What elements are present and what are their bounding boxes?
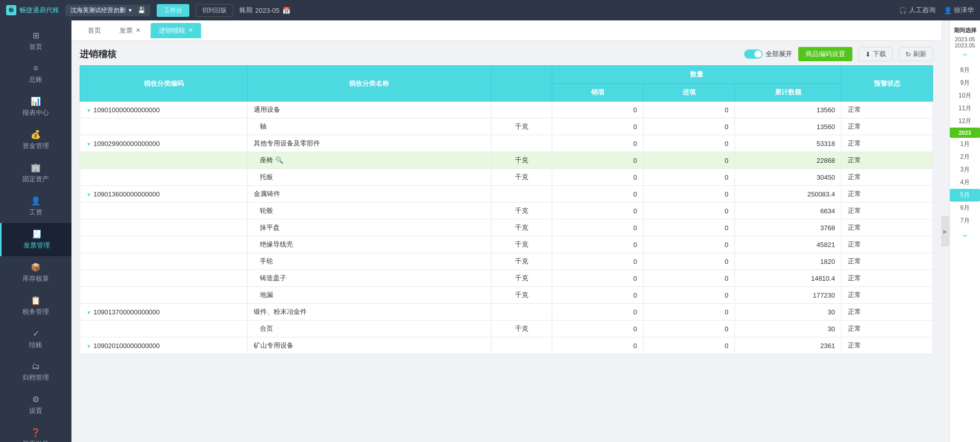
sidebar-item-inventory[interactable]: 📦 库存核算 — [0, 256, 71, 289]
period-top-1[interactable]: 2023.05 — [955, 36, 975, 42]
table-row-status: 正常 — [841, 152, 933, 169]
month-6[interactable]: 6月 — [950, 202, 980, 214]
table-row-name: 托板 — [248, 169, 491, 186]
help-button[interactable]: 🎧 人工咨询 — [899, 6, 936, 15]
table-row-total: 22868 — [735, 152, 842, 169]
month-1[interactable]: 1月 — [950, 138, 980, 151]
expand-triangle[interactable]: ▼ — [86, 141, 91, 147]
main-content: 首页 发票 ✕ 进销稽核 ✕ 进销稽核 全部展开 商品编码设置 ⬇ — [71, 20, 941, 442]
table-row-status: 正常 — [841, 186, 933, 203]
tab-home[interactable]: 首页 — [80, 23, 109, 38]
calendar-icon[interactable]: 📅 — [282, 7, 290, 14]
month-5[interactable]: 5月 — [950, 189, 980, 202]
tab-home-label: 首页 — [88, 26, 101, 35]
sidebar-item-reports[interactable]: 📊 报表中心 — [0, 90, 71, 124]
table-area: 税收分类编码 税收分类名称 数量 预警状态 销项 进项 累计数额 ▼109010 — [71, 65, 941, 442]
expand-toggle[interactable]: 全部展开 — [744, 50, 792, 59]
refresh-button[interactable]: ↻ 刷新 — [899, 47, 933, 61]
sidebar-item-ledger[interactable]: ≡ 总账 — [0, 58, 71, 90]
sidebar-item-archive[interactable]: 🗂 归档管理 — [0, 356, 71, 388]
expand-triangle[interactable]: ▼ — [86, 192, 91, 198]
table-row-unit: 千克 — [491, 236, 552, 253]
month-11[interactable]: 11月 — [950, 102, 980, 115]
period-up-arrow[interactable]: ⌃ — [960, 51, 970, 64]
month-9[interactable]: 9月 — [950, 77, 980, 89]
sidebar-item-home[interactable]: ⊞ 首页 — [0, 24, 71, 58]
user-button[interactable]: 👤 徐泽华 — [944, 6, 974, 15]
closing-icon: ✓ — [33, 329, 39, 338]
workbench-button[interactable]: 工作台 — [157, 4, 189, 17]
table-row-name: 地漏 — [248, 287, 491, 304]
month-10[interactable]: 10月 — [950, 89, 980, 102]
search-icon[interactable]: 🔍 — [275, 156, 283, 164]
sidebar-label-ledger: 总账 — [29, 75, 42, 84]
layout: ⊞ 首页 ≡ 总账 📊 报表中心 💰 资金管理 🏢 固定资产 👤 工资 🧾 发票… — [0, 20, 980, 442]
tab-reconcile-label: 进销稽核 — [159, 26, 185, 35]
table-row-unit — [491, 135, 552, 152]
expand-triangle[interactable]: ▼ — [86, 343, 91, 349]
table-row — [80, 236, 248, 253]
toggle-switch[interactable] — [744, 50, 763, 59]
expand-triangle[interactable]: ▼ — [86, 108, 91, 113]
table-row-total: 177230 — [735, 287, 842, 304]
col-quantity-group: 数量 — [552, 66, 841, 84]
table-row-name: 其他专用设备及零部件 — [248, 135, 491, 152]
tab-invoice-close[interactable]: ✕ — [136, 27, 140, 34]
table-row-status: 正常 — [841, 118, 933, 135]
invoice-icon: 🧾 — [32, 229, 42, 239]
sidebar-item-guide[interactable]: ❓ 新手引导 — [0, 422, 71, 442]
period-panel-title: 期间选择 — [953, 24, 977, 36]
month-4[interactable]: 4月 — [950, 176, 980, 189]
tab-reconcile-close[interactable]: ✕ — [188, 27, 193, 34]
table-row-status: 正常 — [841, 169, 933, 186]
col-unit — [491, 66, 552, 102]
table-row-sales: 0 — [552, 321, 643, 337]
table-row-total: 14810.4 — [735, 270, 842, 287]
sidebar-item-settings[interactable]: ⚙ 设置 — [0, 388, 71, 422]
sidebar-item-payroll[interactable]: 👤 工资 — [0, 190, 71, 223]
sidebar-item-tax[interactable]: 📋 税务管理 — [0, 289, 71, 323]
expand-triangle[interactable]: ▼ — [86, 310, 91, 315]
period-top-2[interactable]: 2023.05 — [955, 42, 975, 48]
table-row-sales: 0 — [552, 304, 643, 321]
switch-version-button[interactable]: 切到旧版 — [195, 4, 233, 17]
table-row-name: 座椅🔍 — [248, 152, 491, 169]
table-row-status: 正常 — [841, 236, 933, 253]
sidebar-item-funds[interactable]: 💰 资金管理 — [0, 124, 71, 157]
table-row-purchase: 0 — [644, 236, 735, 253]
table-row — [80, 219, 248, 236]
month-2[interactable]: 2月 — [950, 151, 980, 163]
table-row — [80, 321, 248, 337]
ledger-icon: ≡ — [33, 64, 38, 73]
company-name: 沈海英测试经营勿删 — [70, 6, 126, 15]
table-row-total: 30 — [735, 321, 842, 337]
company-selector[interactable]: 沈海英测试经营勿删 ▾ 💾 — [65, 5, 151, 16]
month-7[interactable]: 7月 — [950, 214, 980, 227]
sidebar-label-inventory: 库存核算 — [22, 274, 49, 283]
sidebar-label-home: 首页 — [29, 42, 42, 52]
table-row-sales: 0 — [552, 203, 643, 219]
table-row-purchase: 0 — [644, 102, 735, 118]
company-dropdown-icon: ▾ — [129, 7, 132, 14]
col-status: 预警状态 — [841, 66, 933, 102]
logo-text: 畅捷通易代账 — [19, 6, 59, 15]
month-3[interactable]: 3月 — [950, 163, 980, 176]
setting-button[interactable]: 商品编码设置 — [798, 47, 852, 61]
funds-icon: 💰 — [31, 130, 41, 139]
period-down-arrow[interactable]: ⌄ — [960, 227, 970, 240]
sidebar-item-assets[interactable]: 🏢 固定资产 — [0, 157, 71, 190]
tab-reconcile[interactable]: 进销稽核 ✕ — [151, 23, 201, 38]
help-label: 人工咨询 — [909, 6, 936, 15]
table-row-total: 30 — [735, 304, 842, 321]
col-name: 税收分类名称 — [248, 66, 491, 102]
month-12[interactable]: 12月 — [950, 115, 980, 128]
period-label: 账期 — [239, 6, 253, 15]
sidebar-item-invoice[interactable]: 🧾 发票管理 — [0, 223, 71, 256]
month-8[interactable]: 8月 — [950, 64, 980, 77]
panel-toggle-btn[interactable]: ▶ — [941, 216, 949, 247]
table-row-status: 正常 — [841, 219, 933, 236]
download-button[interactable]: ⬇ 下载 — [859, 47, 893, 61]
tab-invoice[interactable]: 发票 ✕ — [111, 23, 149, 38]
sidebar-item-closing[interactable]: ✓ 结账 — [0, 323, 71, 356]
table-row-sales: 0 — [552, 337, 643, 354]
